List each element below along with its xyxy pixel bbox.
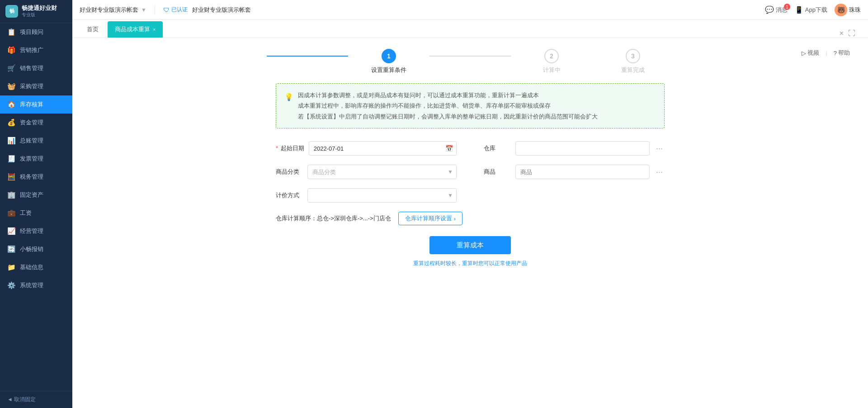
sidebar-item-expense[interactable]: 🔄小畅报销 [0, 240, 72, 258]
account-selector[interactable]: 好业财专业版演示帐套 ▼ [80, 6, 146, 14]
message-btn[interactable]: 💬 消息 1 [765, 5, 788, 14]
app-download-label: App下载 [805, 6, 827, 14]
main-area: 好业财专业版演示帐套 ▼ 🛡 已认证 好业财专业版演示帐套 💬 消息 1 📱 A… [72, 0, 868, 408]
warehouse-field: 仓库 ··· [484, 141, 665, 156]
category-select[interactable]: 商品分类 [307, 165, 457, 179]
sidebar-item-invoice[interactable]: 🧾发票管理 [0, 150, 72, 168]
sidebar-item-inventory[interactable]: 🏠库存核算 [0, 95, 72, 114]
product-label: 商品 [484, 168, 511, 176]
price-method-label: 计价方式 [276, 191, 303, 199]
tab-recalc[interactable]: 商品成本重算× [108, 21, 163, 38]
assets-icon: 🏢 [7, 191, 15, 199]
company-name: 好业财专业版演示帐套 [192, 6, 251, 14]
calc-order-btn-label: 仓库计算顺序设置 [405, 214, 452, 223]
price-method-select-wrapper: ▼ [307, 188, 457, 203]
sidebar-item-general[interactable]: 📊总账管理 [0, 132, 72, 150]
sidebar-item-sales[interactable]: 🛒销售管理 [0, 59, 72, 77]
purchase-icon: 🧺 [7, 82, 15, 90]
sidebar-item-marketing[interactable]: 🎁营销推广 [0, 41, 72, 59]
recalc-btn[interactable]: 重算成本 [429, 236, 511, 254]
operation-icon: 📈 [7, 227, 15, 235]
steps-row: 1 设置重算条件 2 计算中 3 重算完成 [267, 49, 674, 74]
tab-home-label: 首页 [87, 25, 99, 33]
calc-order-settings-btn[interactable]: 仓库计算顺序设置 › [398, 212, 462, 225]
window-expand-btn[interactable]: ⛶ [848, 29, 855, 38]
project-label: 项目顾问 [20, 28, 43, 36]
sidebar-item-purchase[interactable]: 🧺采购管理 [0, 77, 72, 95]
start-date-field: * 起始日期 📅 [276, 141, 457, 156]
sidebar-item-finance[interactable]: 💰资金管理 [0, 114, 72, 132]
window-close-btn[interactable]: × [840, 29, 844, 38]
calc-order-label: 仓库计算顺序：总仓->深圳仓库->...->门店仓 [276, 214, 391, 223]
sidebar-item-operation[interactable]: 📈经营管理 [0, 222, 72, 240]
basic-icon: 📁 [7, 263, 15, 271]
notification-badge: 1 [784, 4, 790, 10]
user-menu[interactable]: 🐻 珠珠 [835, 4, 861, 16]
invoice-icon: 🧾 [7, 155, 15, 163]
sidebar-item-tax[interactable]: 🧮税务管理 [0, 168, 72, 186]
calendar-icon[interactable]: 📅 [445, 145, 453, 152]
step-line-2 [429, 56, 511, 57]
inventory-label: 库存核算 [20, 100, 43, 109]
step-2-circle: 2 [544, 49, 559, 63]
product-field: 商品 ··· [484, 165, 665, 179]
price-method-select[interactable] [307, 188, 457, 203]
app-download-btn[interactable]: 📱 App下载 [795, 6, 827, 14]
warehouse-label: 仓库 [484, 144, 511, 152]
step-3: 3 重算完成 [592, 49, 674, 74]
inventory-icon: 🏠 [7, 100, 15, 109]
step-2-label: 计算中 [543, 66, 561, 74]
general-label: 总账管理 [20, 137, 43, 145]
finance-label: 资金管理 [20, 119, 43, 127]
marketing-icon: 🎁 [7, 46, 15, 54]
tab-bar: 首页商品成本重算× × ⛶ [72, 20, 868, 38]
step-2: 2 计算中 [511, 49, 592, 74]
general-icon: 📊 [7, 137, 15, 145]
sidebar-item-basic[interactable]: 📁基础信息 [0, 258, 72, 276]
tab-recalc-label: 商品成本重算 [115, 25, 150, 33]
expense-label: 小畅报销 [20, 245, 43, 253]
sidebar-nav: 📋项目顾问🎁营销推广🛒销售管理🧺采购管理🏠库存核算💰资金管理📊总账管理🧾发票管理… [0, 23, 72, 391]
sidebar-item-system[interactable]: ⚙️系统管理 [0, 276, 72, 294]
play-icon: ▷ [802, 50, 806, 57]
account-dropdown-icon[interactable]: ▼ [141, 7, 146, 13]
warehouse-more-icon[interactable]: ··· [654, 144, 665, 153]
start-date-input[interactable] [309, 141, 457, 156]
salary-icon: 💼 [7, 209, 15, 217]
form-row-2: 商品分类 商品分类 ▼ 商品 ··· [276, 165, 665, 179]
sidebar-item-project[interactable]: 📋项目顾问 [0, 23, 72, 41]
app-logo: 畅 畅捷通好业财 专业版 [0, 0, 72, 23]
price-method-field: 计价方式 ▼ [276, 188, 457, 203]
sidebar-item-assets[interactable]: 🏢固定资产 [0, 186, 72, 204]
category-label: 商品分类 [276, 168, 303, 176]
sales-icon: 🛒 [7, 64, 15, 72]
sidebar-footer-label: ◄ 取消固定 [7, 396, 36, 403]
project-icon: 📋 [7, 28, 15, 36]
step-1-label: 设置重算条件 [371, 66, 406, 74]
required-mark: * [276, 145, 278, 152]
product-input[interactable] [515, 165, 650, 179]
salary-label: 工资 [20, 209, 32, 217]
system-label: 系统管理 [20, 281, 43, 289]
phone-icon: 📱 [795, 6, 803, 14]
tab-recalc-close[interactable]: × [153, 27, 156, 32]
warehouse-input[interactable] [515, 141, 650, 156]
start-date-input-wrapper: 📅 [309, 141, 457, 156]
tab-home[interactable]: 首页 [80, 21, 106, 38]
sidebar-item-salary[interactable]: 💼工资 [0, 204, 72, 222]
product-more-icon[interactable]: ··· [654, 167, 665, 177]
user-name: 珠珠 [849, 6, 861, 14]
video-link[interactable]: ▷ 视频 [802, 49, 819, 57]
info-text: 因成本计算参数调整，或是对商品成本有疑问时，可以通过成本重算功能，重新计算一遍成… [298, 90, 598, 122]
calc-order-arrow-icon: › [454, 215, 456, 222]
shield-icon: 🛡 [163, 6, 170, 14]
step-1: 1 设置重算条件 [348, 49, 429, 74]
sidebar-unpin[interactable]: ◄ 取消固定 [0, 391, 72, 408]
operation-label: 经营管理 [20, 227, 43, 235]
app-title: 畅捷通好业财 [22, 5, 57, 12]
step-3-label: 重算完成 [621, 66, 645, 74]
basic-label: 基础信息 [20, 263, 43, 271]
help-link[interactable]: ? 帮助 [834, 49, 850, 57]
verified-badge: 🛡 已认证 [163, 6, 188, 14]
finance-icon: 💰 [7, 119, 15, 127]
